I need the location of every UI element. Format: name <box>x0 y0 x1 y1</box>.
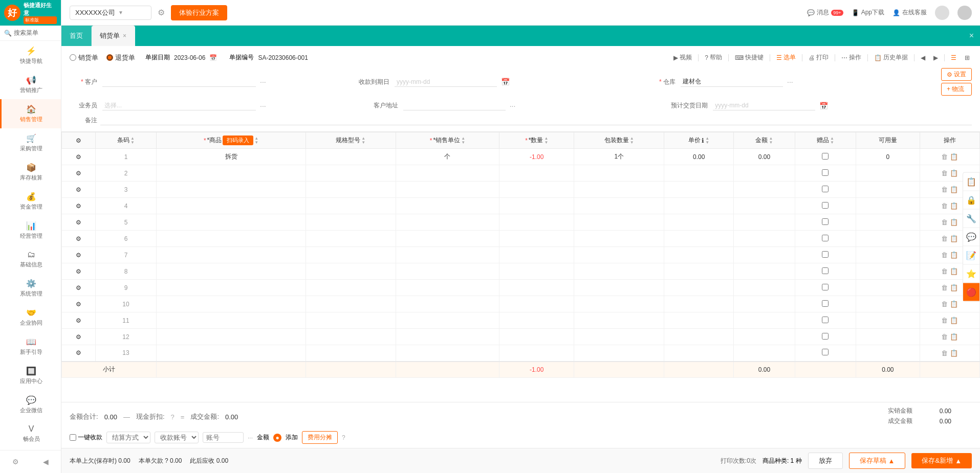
copy-row-icon[interactable]: 📋 <box>950 218 958 226</box>
account-select[interactable]: 收款账号 <box>155 432 199 443</box>
gift-checkbox[interactable] <box>822 251 829 258</box>
customer-address-input[interactable] <box>403 101 506 110</box>
row-settings-cell[interactable]: ⚙ <box>62 247 96 263</box>
row-gift-cell[interactable] <box>795 263 856 280</box>
right-panel-item-4[interactable]: 💬 <box>963 228 979 246</box>
row-product-cell[interactable] <box>157 165 306 182</box>
row-product-cell[interactable] <box>157 312 306 329</box>
row-amount-cell[interactable] <box>734 263 795 280</box>
one-click-payment-input[interactable] <box>70 434 76 441</box>
right-panel-item-5[interactable]: 📝 <box>963 246 979 264</box>
row-quantity-cell[interactable] <box>499 198 574 214</box>
toolbar-shortcut[interactable]: ⌨ 快捷键 <box>733 52 766 63</box>
toolbar-print[interactable]: 🖨 打印 <box>807 52 831 63</box>
row-quantity-cell[interactable] <box>499 296 574 312</box>
total-owed-help[interactable]: ? <box>165 457 168 464</box>
row-settings-cell[interactable]: ⚙ <box>62 312 96 329</box>
delete-row-icon[interactable]: 🗑 <box>941 284 948 291</box>
toolbar-select[interactable]: ☰ 选单 <box>774 52 798 63</box>
row-spec-cell[interactable] <box>306 280 396 296</box>
logistics-button[interactable]: + 物流 <box>941 83 972 96</box>
gift-checkbox[interactable] <box>822 349 829 355</box>
row-amount-cell[interactable] <box>734 345 795 362</box>
row-quantity-cell[interactable] <box>499 182 574 198</box>
row-product-cell[interactable] <box>157 296 306 312</box>
row-amount-cell[interactable] <box>734 198 795 214</box>
row-settings-cell[interactable]: ⚙ <box>62 231 96 247</box>
row-spec-cell[interactable] <box>306 182 396 198</box>
sidebar-item-inventory[interactable]: 📦 库存核算 <box>0 157 61 187</box>
copy-row-icon[interactable]: 📋 <box>950 202 958 210</box>
settlement-method-select[interactable]: 结算方式 <box>106 432 150 443</box>
gift-checkbox[interactable] <box>822 186 829 192</box>
row-amount-cell[interactable]: 0.00 <box>734 149 795 165</box>
row-settings-cell[interactable]: ⚙ <box>62 165 96 182</box>
company-selector[interactable]: XXXXXX公司 ▼ <box>70 6 151 20</box>
add-payment-button[interactable]: ● <box>273 434 281 442</box>
copy-row-icon[interactable]: 📋 <box>950 267 958 275</box>
user-avatar[interactable] <box>935 6 949 20</box>
row-price-cell[interactable] <box>664 329 734 345</box>
row-packqty-cell[interactable] <box>574 182 664 198</box>
gift-checkbox[interactable] <box>822 267 829 274</box>
gift-checkbox[interactable] <box>822 284 829 290</box>
row-gift-cell[interactable] <box>795 198 856 214</box>
copy-row-icon[interactable]: 📋 <box>950 333 958 341</box>
copy-row-icon[interactable]: 📋 <box>950 153 958 161</box>
row-price-cell[interactable] <box>664 214 734 231</box>
row-quantity-cell[interactable] <box>499 280 574 296</box>
row-product-cell[interactable]: 拆货 <box>157 149 306 165</box>
row-gift-cell[interactable] <box>795 329 856 345</box>
online-support-item[interactable]: 👤 在线客服 <box>892 8 927 17</box>
row-packqty-cell[interactable] <box>574 280 664 296</box>
row-price-cell[interactable] <box>664 231 734 247</box>
sidebar-item-basic-info[interactable]: 🗂 基础信息 <box>0 245 61 274</box>
gift-checkbox[interactable] <box>822 202 829 209</box>
row-price-cell[interactable]: 0.00 <box>664 149 734 165</box>
gift-checkbox[interactable] <box>822 169 829 176</box>
gift-checkbox[interactable] <box>822 317 829 323</box>
payment-date-calendar-icon[interactable]: 📅 <box>499 78 512 86</box>
row-unit-cell[interactable] <box>396 247 499 263</box>
row-packqty-cell[interactable] <box>574 263 664 280</box>
row-product-cell[interactable] <box>157 345 306 362</box>
row-packqty-cell[interactable] <box>574 296 664 312</box>
row-settings-cell[interactable]: ⚙ <box>62 280 96 296</box>
row-packqty-cell[interactable] <box>574 231 664 247</box>
row-spec-cell[interactable] <box>306 214 396 231</box>
delete-row-icon[interactable]: 🗑 <box>941 251 948 259</box>
notes-input[interactable] <box>100 116 972 125</box>
row-product-cell[interactable] <box>157 182 306 198</box>
row-unit-cell[interactable] <box>396 329 499 345</box>
one-click-payment-checkbox[interactable]: 一键收款 <box>70 433 102 442</box>
settings-button[interactable]: ⚙ 设置 <box>941 68 972 81</box>
row-spec-cell[interactable] <box>306 165 396 182</box>
row-product-cell[interactable] <box>157 231 306 247</box>
salesperson-more-icon[interactable]: ··· <box>258 102 268 110</box>
row-quantity-cell[interactable] <box>499 312 574 329</box>
copy-row-icon[interactable]: 📋 <box>950 235 958 242</box>
row-quantity-cell[interactable] <box>499 263 574 280</box>
row-unit-cell[interactable] <box>396 296 499 312</box>
copy-row-icon[interactable]: 📋 <box>950 317 958 324</box>
toolbar-video[interactable]: ▶ 视频 <box>671 52 694 63</box>
row-amount-cell[interactable] <box>734 231 795 247</box>
radio-sales-order-input[interactable] <box>70 54 76 61</box>
row-packqty-cell[interactable] <box>574 214 664 231</box>
row-price-cell[interactable] <box>664 296 734 312</box>
row-settings-cell[interactable]: ⚙ <box>62 329 96 345</box>
row-quantity-cell[interactable] <box>499 329 574 345</box>
row-packqty-cell[interactable] <box>574 312 664 329</box>
row-price-cell[interactable] <box>664 312 734 329</box>
delete-row-icon[interactable]: 🗑 <box>941 267 948 275</box>
row-packqty-cell[interactable] <box>574 345 664 362</box>
row-product-cell[interactable] <box>157 214 306 231</box>
customer-more-icon[interactable]: ··· <box>258 78 268 86</box>
row-amount-cell[interactable] <box>734 165 795 182</box>
row-settings-cell[interactable]: ⚙ <box>62 149 96 165</box>
row-price-cell[interactable] <box>664 345 734 362</box>
sidebar-item-app-center[interactable]: 🔲 应用中心 <box>0 361 61 390</box>
row-price-cell[interactable] <box>664 165 734 182</box>
tab-sales-order[interactable]: 销货单 × <box>92 26 135 46</box>
row-gift-cell[interactable] <box>795 231 856 247</box>
